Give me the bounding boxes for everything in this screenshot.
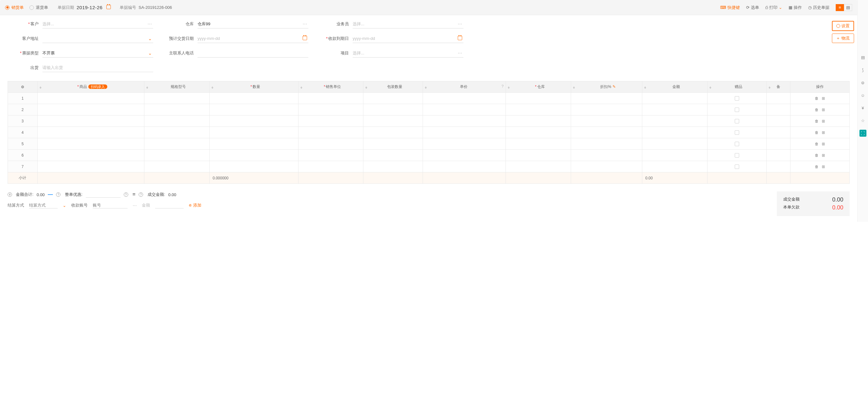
rail-note-icon[interactable]: ▤ (860, 54, 866, 61)
scan-entry-tag[interactable]: 扫码录入 (88, 84, 107, 89)
gift-checkbox[interactable] (735, 96, 739, 101)
col-amount[interactable]: 金额 (642, 81, 707, 93)
col-product[interactable]: *商品扫码录入 (37, 81, 144, 93)
list-view-button[interactable]: ≡ (836, 4, 844, 11)
col-qty[interactable]: *数量 (209, 81, 298, 93)
gift-checkbox[interactable] (735, 142, 739, 146)
subtotal-qty: 0.000000 (209, 172, 298, 184)
order-discount-input[interactable] (86, 192, 121, 198)
more-icon[interactable]: ⋯ (146, 22, 153, 27)
doc-date-value[interactable]: 2019-12-26 (76, 5, 102, 10)
row-index: 7 (8, 161, 38, 172)
hotkey-button[interactable]: ⌨快捷键 (720, 5, 740, 10)
delete-row-icon[interactable]: 🗑 (815, 130, 818, 135)
table-row[interactable]: 4🗑⊞ (8, 127, 850, 138)
col-pack[interactable]: 包装数量 (364, 81, 423, 93)
help-icon[interactable]: ? (56, 192, 60, 197)
contact-phone-input[interactable] (197, 50, 308, 55)
col-warehouse[interactable]: *仓库 (505, 81, 571, 93)
rail-user-icon[interactable]: ☺ (860, 92, 866, 99)
more-icon[interactable]: ⋯ (457, 50, 463, 56)
settings-button[interactable]: 设置 (832, 21, 854, 31)
history-button[interactable]: ◷历史单据 (808, 5, 829, 10)
total-value: 0.00 (37, 192, 44, 197)
more-icon[interactable]: ⋯ (457, 22, 463, 27)
calendar-icon[interactable] (457, 36, 463, 41)
card-view-button[interactable]: ▤ (844, 4, 852, 11)
col-settings[interactable]: ⚙ (8, 81, 38, 93)
calendar-icon[interactable] (105, 5, 112, 10)
delete-row-icon[interactable]: 🗑 (815, 142, 818, 146)
row-index: 3 (8, 115, 38, 127)
gift-checkbox[interactable] (735, 165, 739, 169)
salesman-input[interactable] (353, 22, 457, 26)
sales-order-radio[interactable]: 销货单 (5, 5, 24, 10)
warehouse-input[interactable] (197, 22, 301, 26)
add-row-icon[interactable]: ⊞ (822, 130, 825, 135)
help-icon[interactable]: ? (138, 192, 143, 197)
add-row-icon[interactable]: ⊞ (822, 142, 825, 146)
help-icon[interactable]: ? (501, 84, 504, 89)
delete-row-icon[interactable]: 🗑 (815, 96, 818, 101)
gift-checkbox[interactable] (735, 119, 739, 124)
return-order-radio[interactable]: 退货单 (29, 5, 48, 10)
col-gift[interactable]: 赠品 (707, 81, 766, 93)
add-row-icon[interactable]: ⊞ (822, 96, 825, 101)
operations-button[interactable]: ▦操作 (788, 5, 802, 10)
shipment-input[interactable] (42, 65, 153, 70)
delete-row-icon[interactable]: 🗑 (815, 119, 818, 124)
col-note[interactable]: 备 (766, 81, 790, 93)
plus-icon: ⊕ (189, 203, 192, 208)
table-row[interactable]: 2🗑⊞ (8, 104, 850, 115)
rail-money-icon[interactable]: ⊜ (860, 79, 866, 86)
collect-account-input[interactable] (93, 202, 128, 208)
address-input[interactable] (42, 36, 147, 41)
col-spec[interactable]: 规格型号 (144, 81, 209, 93)
invoice-type-input[interactable] (42, 50, 147, 55)
col-price[interactable]: 单价? (423, 81, 505, 93)
expected-date-input[interactable] (197, 36, 301, 41)
rail-expand-icon[interactable]: ⛶ (860, 130, 866, 137)
gift-checkbox[interactable] (735, 108, 739, 112)
chevron-down-icon[interactable]: ⌄ (147, 36, 153, 41)
more-icon[interactable]: ⋯ (133, 203, 137, 208)
table-row[interactable]: 1🗑⊞ (8, 93, 850, 104)
delete-row-icon[interactable]: 🗑 (815, 108, 818, 112)
col-unit[interactable]: *销售单位 (298, 81, 364, 93)
add-settlement-button[interactable]: ⊕ 添加 (189, 202, 201, 208)
more-icon[interactable]: ⋯ (301, 22, 308, 27)
rail-attachment-icon[interactable]: ⟆ (860, 66, 866, 73)
calendar-icon[interactable] (301, 36, 308, 41)
table-row[interactable]: 3🗑⊞ (8, 115, 850, 127)
print-button[interactable]: ⎙打印⌄ (766, 5, 782, 10)
gift-checkbox[interactable] (735, 130, 739, 135)
edit-icon[interactable]: ✎ (613, 84, 616, 89)
add-row-icon[interactable]: ⊞ (822, 119, 825, 124)
box-owe-value: 0.00 (832, 204, 843, 211)
table-row[interactable]: 6🗑⊞ (8, 150, 850, 161)
chevron-down-icon[interactable]: ⌄ (147, 50, 153, 56)
due-date-input[interactable] (353, 36, 457, 41)
settle-amount-input[interactable] (155, 202, 184, 208)
rail-star-icon[interactable]: ☆ (860, 117, 866, 124)
logistics-button[interactable]: ＋物流 (832, 34, 854, 43)
add-row-icon[interactable]: ⊞ (822, 153, 825, 158)
row-index: 4 (8, 127, 38, 138)
rail-currency-icon[interactable]: ¥ (860, 104, 866, 111)
delete-row-icon[interactable]: 🗑 (815, 165, 818, 169)
col-discount[interactable]: 折扣%✎ (571, 81, 642, 93)
salesman-field: 业务员 ⋯ (318, 20, 463, 29)
delete-row-icon[interactable]: 🗑 (815, 153, 818, 158)
pick-order-button[interactable]: ⟳选单 (746, 5, 759, 10)
table-row[interactable]: 5🗑⊞ (8, 138, 850, 150)
gear-icon: ⚙ (21, 85, 24, 89)
chevron-down-icon[interactable]: ⌄ (63, 203, 66, 208)
settle-method-input[interactable] (29, 202, 58, 208)
add-row-icon[interactable]: ⊞ (822, 108, 825, 112)
add-row-icon[interactable]: ⊞ (822, 165, 825, 169)
help-icon[interactable]: ? (124, 192, 128, 197)
project-input[interactable] (353, 50, 457, 55)
gift-checkbox[interactable] (735, 153, 739, 158)
customer-input[interactable] (42, 22, 146, 26)
table-row[interactable]: 7🗑⊞ (8, 161, 850, 172)
